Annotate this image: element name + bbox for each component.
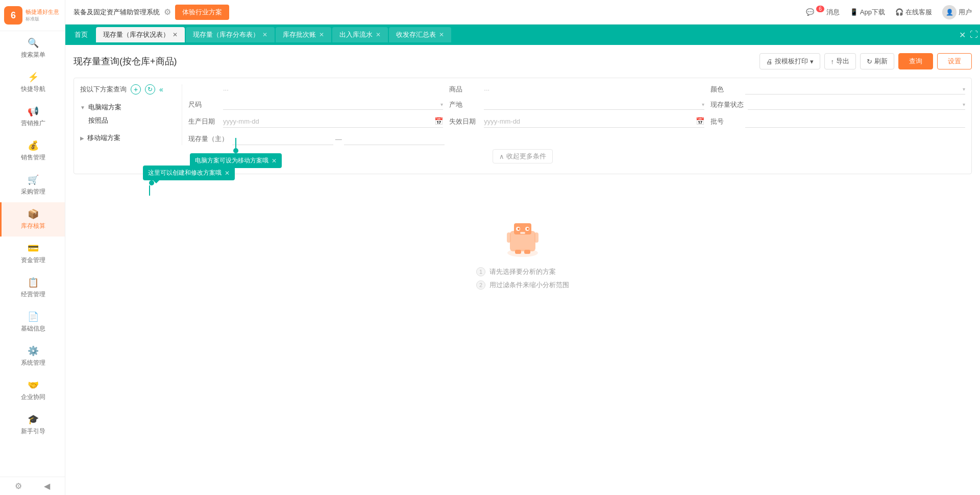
produce-date-calendar-icon[interactable]: 📅 (434, 117, 443, 125)
export-icon: ↑ (831, 58, 835, 65)
goods-dots[interactable]: ··· (484, 86, 489, 93)
app-download-btn[interactable]: 📱 App下载 (850, 8, 885, 17)
sidebar-item-search[interactable]: 🔍 搜索菜单 (0, 31, 65, 65)
print-button[interactable]: 🖨 按模板打印 ▾ (760, 53, 820, 69)
scenario-mobile-label: 移动端方案 (87, 133, 120, 143)
hint2-text: 用过滤条件来缩小分析范围 (489, 280, 569, 290)
sidebar-item-marketing[interactable]: 📢 营销推广 (0, 100, 65, 134)
tooltip2-close-icon[interactable]: ✕ (225, 170, 230, 177)
sidebar-item-label: 经营管理 (21, 290, 45, 299)
svg-rect-11 (524, 250, 530, 254)
export-button[interactable]: ↑ 导出 (824, 53, 856, 69)
sidebar-item-label: 资金管理 (21, 256, 45, 265)
tab-batch[interactable]: 库存批次账 ✕ (276, 27, 331, 42)
tab-home-label: 首页 (75, 30, 88, 39)
tab-close-all-btn[interactable]: ✕ (959, 30, 966, 40)
color-select[interactable]: ▾ (745, 84, 965, 95)
tab-close-inventory-dist[interactable]: ✕ (262, 31, 267, 38)
user-btn[interactable]: 👤 用户 (942, 5, 972, 19)
headset-icon: 🎧 (895, 8, 903, 16)
stock-status-label: 现存量状态 (710, 100, 744, 109)
origin-label: 产地 (449, 100, 480, 109)
sidebar-nav: 🔍 搜索菜单 ⚡ 快捷导航 📢 营销推广 💰 销售管理 🛒 采购管理 📦 (0, 31, 65, 477)
tab-close-collect[interactable]: ✕ (439, 31, 444, 38)
content-inner: 现存量查询(按仓库+商品) 🖨 按模板打印 ▾ ↑ 导出 ↻ (65, 45, 980, 495)
trial-button[interactable]: 体验行业方案 (175, 5, 229, 20)
settings-bottom-btn[interactable]: ⚙ (15, 481, 22, 491)
print-icon: 🖨 (766, 58, 773, 65)
tab-collect[interactable]: 收发存汇总表 ✕ (389, 27, 451, 42)
expand-arrow-icon: ▼ (80, 105, 85, 110)
tab-inventory-dist-label: 现存量（库存分布表） (193, 30, 259, 39)
scenario-desktop[interactable]: ▼ 电脑端方案 (80, 101, 176, 114)
settings-button[interactable]: 设置 (937, 53, 972, 69)
tab-inventory-dist[interactable]: 现存量（库存分布表） ✕ (186, 27, 275, 42)
scenario-desktop-child[interactable]: 按照品 (88, 114, 176, 127)
sidebar-item-system[interactable]: ⚙️ 系统管理 (0, 339, 65, 373)
filter-field-color: 颜色 ▾ (710, 84, 965, 95)
logo-text: 畅捷通好生意 (26, 8, 59, 15)
filter-field-goods: 商品 ··· (449, 84, 704, 95)
message-btn[interactable]: 💬 6 消息 (806, 8, 840, 17)
tab-close-batch[interactable]: ✕ (319, 31, 324, 38)
query-button[interactable]: 查询 (898, 53, 933, 69)
sidebar-item-finance[interactable]: 💳 资金管理 (0, 237, 65, 271)
sidebar-item-quick[interactable]: ⚡ 快捷导航 (0, 65, 65, 100)
filter-back-button[interactable]: « (159, 85, 163, 93)
tab-inout-label: 出入库流水 (339, 30, 373, 39)
sidebar-item-newbie[interactable]: 🎓 新手引导 (0, 408, 65, 442)
sidebar-item-enterprise[interactable]: 🤝 企业协同 (0, 373, 65, 408)
filter-add-button[interactable]: + (131, 84, 141, 95)
tab-close-inout[interactable]: ✕ (376, 31, 381, 38)
tooltip1-close-icon[interactable]: ✕ (272, 157, 277, 164)
expire-date-calendar-icon[interactable]: 📅 (696, 117, 704, 125)
sidebar-item-purchase[interactable]: 🛒 采购管理 (0, 168, 65, 202)
empty-hints: 1 请先选择要分析的方案 2 用过滤条件来缩小分析范围 (476, 267, 569, 290)
filter-row-4: 现存量（主） — (188, 133, 965, 145)
sidebar-item-label: 采购管理 (21, 187, 45, 196)
handshake-icon: 🤝 (28, 380, 39, 391)
tab-inventory-status[interactable]: 现存量（库存状况表） ✕ (96, 27, 185, 42)
origin-select[interactable]: ▾ (484, 100, 704, 110)
size-select[interactable]: ▾ (223, 100, 443, 110)
filter-label: 按以下方案查询 (80, 85, 127, 94)
user-label: 用户 (959, 8, 972, 17)
warehouse-dots[interactable]: ··· (223, 86, 229, 93)
header-gear-icon[interactable]: ⚙ (164, 7, 171, 17)
online-support-btn[interactable]: 🎧 在线客服 (895, 8, 932, 17)
tab-home[interactable]: 首页 (67, 27, 95, 42)
expire-date-input[interactable]: yyyy-mm-dd 📅 (484, 115, 704, 128)
logo-icon: 6 (4, 6, 22, 25)
system-name: 装备及固定资产辅助管理系统 (74, 8, 160, 17)
filter-refresh-button[interactable]: ↻ (145, 84, 155, 95)
refresh-button[interactable]: ↻ 刷新 (860, 53, 894, 69)
phone-icon: 📱 (850, 8, 858, 16)
color-label: 颜色 (710, 85, 741, 94)
hint1-num: 1 (476, 267, 485, 276)
scenario-mobile[interactable]: ▶ 移动端方案 (80, 131, 176, 145)
stock-qty-max-input[interactable] (344, 133, 445, 145)
sidebar-item-sales[interactable]: 💰 销售管理 (0, 134, 65, 168)
page-actions: 🖨 按模板打印 ▾ ↑ 导出 ↻ 刷新 查询 设置 (760, 53, 972, 69)
batch-no-input[interactable] (745, 115, 965, 128)
tab-inout[interactable]: 出入库流水 ✕ (332, 27, 388, 42)
filter-row-3: 生产日期 yyyy-mm-dd 📅 失效日期 (188, 115, 965, 128)
sidebar-item-basic[interactable]: 📄 基础信息 (0, 305, 65, 339)
tab-close-inventory-status[interactable]: ✕ (173, 31, 178, 38)
stock-status-select[interactable]: ▾ (748, 100, 965, 110)
svg-rect-7 (520, 232, 525, 234)
card-icon: 💳 (28, 243, 39, 254)
collapse-button[interactable]: ∧ 收起更多条件 (493, 149, 553, 163)
tab-expand-btn[interactable]: ⛶ (970, 30, 978, 39)
sidebar-item-operations[interactable]: 📋 经营管理 (0, 271, 65, 305)
scenario-desktop-children: 按照品 (80, 114, 176, 127)
logo-badge: 标准版 (26, 16, 59, 22)
tab-bar: 首页 现存量（库存状况表） ✕ 现存量（库存分布表） ✕ 库存批次账 ✕ 出入库… (65, 25, 980, 45)
cart-icon: 🛒 (28, 174, 39, 185)
scenario-child-label: 按照品 (88, 116, 108, 125)
sidebar-item-inventory[interactable]: 📦 库存核算 (0, 202, 65, 237)
produce-date-input[interactable]: yyyy-mm-dd 📅 (223, 115, 443, 128)
content-area: 现存量查询(按仓库+商品) 🖨 按模板打印 ▾ ↑ 导出 ↻ (65, 45, 980, 495)
collapse-sidebar-btn[interactable]: ◀ (44, 481, 50, 491)
filter-row-1: ··· 商品 ··· 颜色 (188, 84, 965, 95)
